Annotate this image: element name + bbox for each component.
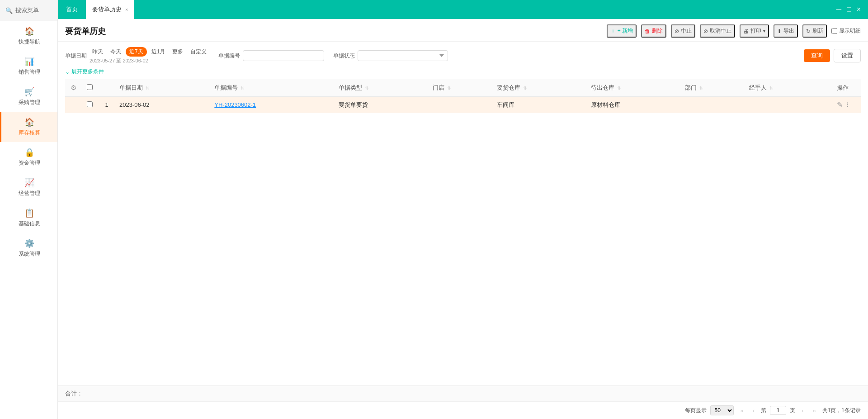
tab-close-icon[interactable]: × [125, 7, 128, 12]
col-department[interactable]: 部门 ⇅ [681, 79, 745, 97]
add-button[interactable]: ＋ + 新增 [607, 24, 637, 38]
expand-more-icon: ⌄ [65, 69, 70, 75]
tab-active-label: 要货单历史 [92, 5, 122, 14]
tab-home[interactable]: 首页 [58, 0, 86, 19]
sidebar-item-finance[interactable]: 🔒 资金管理 [0, 142, 57, 172]
row-store [429, 97, 493, 113]
date-btn-yesterday[interactable]: 昨天 [90, 47, 106, 57]
row-check[interactable] [81, 97, 98, 113]
sort-department-icon: ⇅ [699, 86, 703, 90]
row-num: 1 [98, 97, 116, 113]
refresh-button[interactable]: ↻ 刷新 [802, 24, 827, 38]
col-date[interactable]: 单据日期 ⇅ [116, 79, 211, 97]
refresh-label: 刷新 [812, 27, 823, 35]
home-icon: 🏠 [24, 26, 34, 36]
search-button[interactable]: 查询 [804, 49, 830, 62]
col-type-label: 单据类型 [339, 84, 362, 91]
sort-req-warehouse-icon: ⇅ [523, 86, 527, 90]
col-req-warehouse[interactable]: 要货仓库 ⇅ [493, 79, 587, 97]
col-department-label: 部门 [685, 84, 697, 91]
operations-icon: 📈 [24, 178, 34, 188]
col-number[interactable]: 单据编号 ⇅ [211, 79, 335, 97]
cancel-suspend-icon: ⊘ [703, 28, 708, 34]
sidebar-item-system[interactable]: ⚙️ 系统管理 [0, 233, 57, 263]
sidebar-item-label: 库存核算 [19, 129, 40, 137]
suspend-label: 中止 [681, 27, 692, 35]
tab-requisition-history[interactable]: 要货单历史 × [86, 0, 134, 19]
row-more-icon[interactable]: ⁝ [845, 100, 849, 110]
window-maximize-button[interactable]: □ [847, 5, 851, 14]
sidebar-item-purchase[interactable]: 🛒 采购管理 [0, 81, 57, 112]
export-button[interactable]: ⬆ 导出 [774, 24, 798, 38]
page-size-label: 每页显示 [685, 407, 707, 414]
print-dropdown-icon: ▾ [763, 29, 765, 33]
date-btn-custom[interactable]: 自定义 [188, 47, 209, 57]
pagination: 每页显示 10 20 50 100 « ‹ 第 页 › » 共1页，1条记录 [58, 401, 868, 419]
prev-page-button[interactable]: ‹ [750, 406, 757, 415]
settings-button[interactable]: 设置 [834, 49, 861, 62]
suspend-button[interactable]: ⊘ 中止 [671, 24, 695, 38]
page-size-select[interactable]: 10 20 50 100 [710, 405, 734, 415]
date-btn-1month[interactable]: 近1月 [149, 47, 168, 57]
sort-handler-icon: ⇅ [769, 86, 773, 90]
col-type[interactable]: 单据类型 ⇅ [335, 79, 429, 97]
content-area: 要货单历史 ＋ + 新增 🗑 删除 ⊘ 中止 ⊘ 取消中止 [58, 19, 868, 419]
search-icon: 🔍 [5, 7, 13, 14]
last-page-button[interactable]: » [810, 406, 818, 415]
sort-store-icon: ⇅ [447, 86, 451, 90]
window-close-button[interactable]: × [857, 5, 861, 14]
col-pending-warehouse[interactable]: 待出仓库 ⇅ [587, 79, 681, 97]
col-handler[interactable]: 经手人 ⇅ [745, 79, 825, 97]
col-store[interactable]: 门店 ⇅ [429, 79, 493, 97]
current-page-suffix: 页 [790, 407, 795, 414]
row-actions: ✎ ⁝ [825, 97, 861, 113]
page-number-input[interactable] [770, 406, 786, 415]
cancel-suspend-button[interactable]: ⊘ 取消中止 [700, 24, 735, 38]
table-body: 1 2023-06-02 YH-20230602-1 要货单要货 车间库 原材料… [65, 97, 861, 113]
col-number-label: 单据编号 [214, 84, 238, 91]
column-settings-icon[interactable]: ⚙ [71, 84, 76, 91]
delete-button[interactable]: 🗑 删除 [641, 24, 666, 38]
table-header-row: ⚙ 单据日期 ⇅ 单据编号 ⇅ [65, 79, 861, 97]
print-icon: 🖨 [743, 28, 749, 34]
show-detail-label-text: 显示明细 [839, 27, 861, 35]
chart-icon: 📊 [24, 57, 34, 67]
first-page-button[interactable]: « [737, 406, 746, 415]
row-req-warehouse: 车间库 [493, 97, 587, 113]
sidebar-item-inventory[interactable]: 🏠 库存核算 [0, 112, 57, 142]
show-detail-toggle[interactable]: 显示明细 [831, 27, 861, 35]
row-edit-icon[interactable]: ✎ [836, 100, 844, 110]
table-container: ⚙ 单据日期 ⇅ 单据编号 ⇅ [58, 79, 868, 386]
export-icon: ⬆ [777, 28, 782, 34]
sort-type-icon: ⇅ [365, 86, 368, 90]
sidebar-item-operations[interactable]: 📈 经营管理 [0, 172, 57, 203]
col-handler-label: 经手人 [749, 84, 767, 91]
sidebar-item-label: 采购管理 [19, 99, 40, 106]
print-button[interactable]: 🖨 打印 ▾ [740, 24, 769, 38]
row-number-link[interactable]: YH-20230602-1 [214, 101, 256, 108]
window-minimize-button[interactable]: ─ [836, 5, 841, 14]
sidebar-item-quick-nav[interactable]: 🏠 快捷导航 [0, 21, 57, 51]
expand-more-btn[interactable]: ⌄ 展开更多条件 [65, 64, 861, 79]
filter-area: 单据日期 昨天 今天 近7天 近1月 更多 自定义 2023-05-27 至 2… [58, 42, 868, 79]
doc-number-input[interactable] [243, 50, 324, 61]
col-action: 操作 [825, 79, 861, 97]
filter-actions: 查询 设置 [804, 49, 861, 62]
date-btn-7days[interactable]: 近7天 [126, 47, 147, 57]
next-page-button[interactable]: › [799, 406, 806, 415]
show-detail-checkbox[interactable] [831, 28, 837, 34]
inventory-icon: 🏠 [24, 117, 34, 127]
sidebar-item-sales[interactable]: 📊 销售管理 [0, 51, 57, 81]
col-date-label: 单据日期 [119, 84, 143, 91]
select-all-checkbox[interactable] [87, 84, 93, 90]
sidebar: 🔍 搜索菜单 🏠 快捷导航 📊 销售管理 🛒 采购管理 🏠 库存核算 🔒 资金管… [0, 0, 58, 419]
row-checkbox[interactable] [87, 101, 93, 107]
date-btn-more[interactable]: 更多 [170, 47, 186, 57]
col-num [98, 79, 116, 97]
sidebar-item-basic-info[interactable]: 📋 基础信息 [0, 203, 57, 233]
date-btn-today[interactable]: 今天 [108, 47, 124, 57]
sidebar-item-search[interactable]: 🔍 搜索菜单 [0, 0, 57, 21]
doc-status-select[interactable] [358, 50, 448, 61]
topbar: 首页 要货单历史 × ─ □ × [58, 0, 868, 19]
export-label: 导出 [783, 27, 794, 35]
